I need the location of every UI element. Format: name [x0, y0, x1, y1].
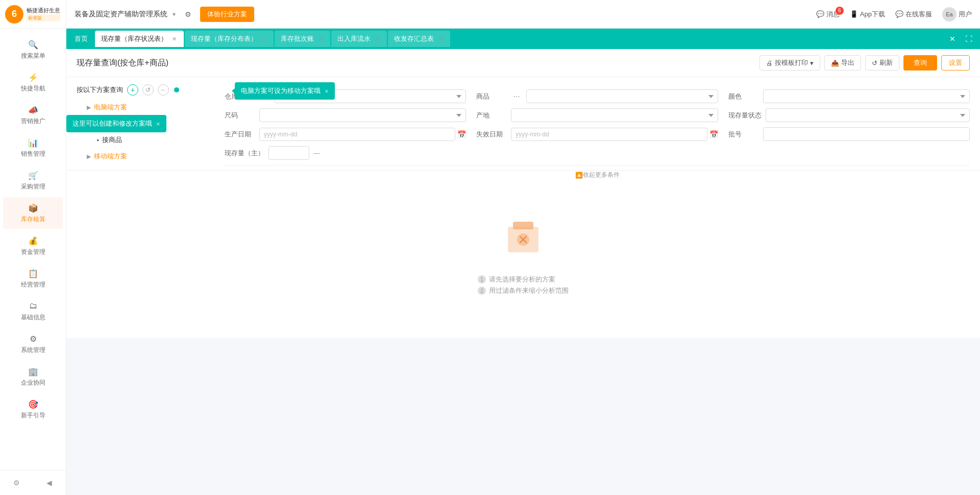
page-title: 现存量查询(按仓库+商品) — [77, 58, 168, 68]
tab-home[interactable]: 首页 — [68, 31, 94, 47]
filter-back-btn[interactable]: ← — [158, 84, 169, 96]
sidebar-item-marketing[interactable]: 📣 营销推广 — [3, 99, 63, 131]
export-btn[interactable]: 📤 导出 — [824, 55, 861, 70]
user-avatar: Ea — [942, 7, 957, 21]
tab-collect-summary[interactable]: 收发存汇总表 ✕ — [388, 31, 450, 47]
filter-row-goods: 商品 ··· — [476, 89, 718, 103]
produce-date-calendar-icon[interactable]: 📅 — [457, 130, 466, 138]
empty-hints: 1 请先选择要分析的方案 2 用过滤条件来缩小分析范围 — [478, 273, 569, 297]
system-icon: ⚙ — [28, 333, 39, 344]
empty-state: 1 请先选择要分析的方案 2 用过滤条件来缩小分析范围 — [66, 171, 980, 338]
expire-date-calendar-icon[interactable]: 📅 — [709, 130, 718, 138]
filter-row-produce-date: 生产日期 📅 — [225, 127, 466, 141]
tabs-right-actions: ✕ ⛶ — [946, 33, 980, 45]
goods-dots[interactable]: ··· — [511, 92, 522, 101]
filter-row-color: 颜色 — [728, 89, 970, 103]
page-actions: 🖨 按模板打印 ▾ 📤 导出 ↺ 刷新 查询 设置 — [760, 55, 970, 70]
logo-text: 畅捷通好生意 标准版 — [27, 7, 60, 22]
sidebar-item-guide[interactable]: 🎯 新手引导 — [3, 393, 63, 425]
set-button[interactable]: 设置 — [941, 55, 970, 70]
refresh-btn[interactable]: ↺ 刷新 — [865, 55, 899, 70]
print-dropdown-icon: ▾ — [810, 59, 814, 67]
sidebar-item-ops[interactable]: 📋 经营管理 — [3, 263, 63, 294]
filter-add-btn[interactable]: + — [127, 84, 138, 96]
scheme-name-mobile: 移动端方案 — [94, 152, 127, 161]
sidebar: 6 畅捷通好生意 标准版 🔍 搜索菜单 ⚡ 快捷导航 📣 营销推广 📊 销售管理… — [0, 0, 66, 495]
tab-stock-flow[interactable]: 出入库流水 ✕ — [331, 31, 387, 47]
stock-main-from[interactable] — [268, 146, 309, 160]
origin-select[interactable] — [511, 108, 718, 122]
tabs-bar: 首页 现存量（库存状况表） ✕ 现存量（库存分布表） ✕ 库存批次账 ✕ 出入库… — [66, 29, 980, 49]
tab-close-stock-batch[interactable]: ✕ — [317, 35, 324, 42]
tab-close-stock-dist[interactable]: ✕ — [260, 35, 267, 42]
filter-row-batch: 批号 — [728, 127, 970, 141]
expire-date-start[interactable] — [511, 128, 707, 141]
stock-main-dash: — — [313, 149, 320, 157]
print-btn[interactable]: 🖨 按模板打印 ▾ — [760, 55, 820, 70]
sidebar-item-sales[interactable]: 📊 销售管理 — [3, 132, 63, 163]
tab-stock-status[interactable]: 现存量（库存状况表） ✕ — [95, 31, 184, 47]
sidebar-item-stock[interactable]: 📦 库存核算 — [3, 197, 63, 229]
user-menu-btn[interactable]: Ea 用户 — [942, 7, 972, 21]
sidebar-collapse-btn[interactable]: ◀ — [42, 476, 57, 490]
origin-label: 产地 — [476, 111, 507, 120]
filter-refresh-btn[interactable]: ↺ — [142, 84, 154, 96]
system-dropdown-icon[interactable]: ▾ — [173, 11, 176, 18]
stock-main-label: 现存量（主） — [225, 149, 264, 158]
tab-close-all-btn[interactable]: ✕ — [946, 33, 959, 45]
sidebar-settings-btn[interactable]: ⚙ — [9, 476, 23, 490]
tab-close-collect-summary[interactable]: ✕ — [437, 35, 444, 42]
sidebar-item-system[interactable]: ⚙ 系统管理 — [3, 328, 63, 360]
filter-row-origin: 产地 — [476, 108, 718, 122]
filter-label: 按以下方案查询 — [77, 85, 123, 95]
tab-close-stock-status[interactable]: ✕ — [170, 35, 178, 42]
tab-maximize-btn[interactable]: ⛶ — [963, 33, 975, 45]
page-inner: 现存量查询(按仓库+商品) 🖨 按模板打印 ▾ 📤 导出 ↺ 刷新 — [66, 49, 980, 338]
tab-stock-dist[interactable]: 现存量（库存分布表） ✕ — [185, 31, 274, 47]
online-support-btn[interactable]: 💬 在线客服 — [895, 10, 932, 19]
expire-date-range: 📅 — [511, 128, 718, 141]
logo-area: 6 畅捷通好生意 标准版 — [0, 0, 66, 29]
goods-label: 商品 — [476, 92, 507, 101]
ops-icon: 📋 — [28, 268, 39, 279]
edit-tooltip-close[interactable]: × — [156, 120, 160, 128]
tree-expand-icon: ▶ — [87, 104, 91, 111]
expire-date-label: 失效日期 — [476, 130, 507, 139]
system-name: 装备及固定资产辅助管理系统 — [75, 10, 167, 19]
quick-nav-icon: ⚡ — [28, 72, 39, 83]
topbar-left: 装备及固定资产辅助管理系统 ▾ ⚙ 体验行业方案 — [75, 7, 254, 22]
collapse-more-btn[interactable]: 🔼 收起更多条件 — [225, 165, 970, 184]
sidebar-item-base[interactable]: 🗂 基础信息 — [3, 295, 63, 327]
sidebar-item-purchase[interactable]: 🛒 采购管理 — [3, 164, 63, 196]
batch-label: 批号 — [728, 130, 759, 139]
stock-status-select[interactable] — [766, 108, 970, 122]
sidebar-item-corp[interactable]: 🏢 企业协同 — [3, 361, 63, 392]
goods-select[interactable] — [526, 89, 718, 103]
sidebar-item-quick-nav[interactable]: ⚡ 快捷导航 — [3, 66, 63, 98]
scheme-tooltip-close[interactable]: × — [325, 87, 329, 95]
scheme-name-sub: 接商品 — [102, 135, 122, 145]
tab-stock-batch[interactable]: 库存批次账 ✕ — [275, 31, 330, 47]
search-icon: 🔍 — [28, 39, 39, 50]
tab-close-stock-flow[interactable]: ✕ — [374, 35, 381, 42]
notification-btn[interactable]: 💬 消息 6 — [816, 10, 840, 19]
app-download-btn[interactable]: 📱 App下载 — [850, 10, 885, 19]
color-label: 颜色 — [728, 92, 759, 101]
batch-input[interactable] — [763, 127, 970, 141]
page-header: 现存量查询(按仓库+商品) 🖨 按模板打印 ▾ 📤 导出 ↺ 刷新 — [66, 49, 980, 77]
color-select[interactable] — [763, 89, 970, 103]
assets-icon: 💰 — [28, 235, 39, 246]
sales-icon: 📊 — [28, 137, 39, 148]
settings-btn[interactable]: ⚙ — [181, 7, 195, 21]
empty-icon — [498, 211, 549, 263]
sidebar-item-assets[interactable]: 💰 资金管理 — [3, 230, 63, 262]
topbar: 装备及固定资产辅助管理系统 ▾ ⚙ 体验行业方案 💬 消息 6 📱 App下载 … — [66, 0, 980, 29]
query-button[interactable]: 查询 — [903, 55, 937, 70]
size-select[interactable] — [259, 108, 466, 122]
filter-area: 按以下方案查询 + ↺ ← 电脑方案可设为移动方案哦 × ▶ 电脑端方案 — [66, 77, 980, 171]
produce-date-start[interactable] — [259, 128, 455, 141]
sidebar-item-search[interactable]: 🔍 搜索菜单 — [3, 34, 63, 65]
filter-row-stock-status: 现存量状态 — [728, 108, 970, 122]
experience-button[interactable]: 体验行业方案 — [200, 7, 254, 22]
empty-hint-2: 2 用过滤条件来缩小分析范围 — [478, 286, 569, 295]
